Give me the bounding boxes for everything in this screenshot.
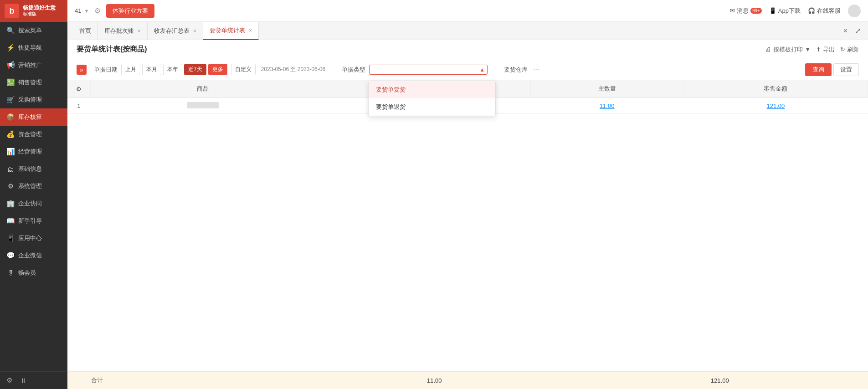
warehouse-more-options-icon[interactable]: ··· [531, 66, 541, 74]
header-settings-icon[interactable]: ⚙ [94, 6, 101, 15]
date-filter-section: 单据日期 上月 本月 本年 近7天 更多 自定义 2023-05-06 至 20… [94, 64, 325, 75]
sidebar-icon-system: ⚙ [6, 182, 15, 190]
refresh-action[interactable]: ↻ 刷新 [840, 46, 859, 54]
footer-retail-amount: 121.00 [577, 377, 863, 384]
sidebar-item-enterprise[interactable]: 🏢 企业协同 [0, 195, 67, 212]
header-left: 41 ▼ ⚙ 体验行业方案 [75, 4, 154, 18]
page-body: 要货单统计表(按商品) 🖨 按模板打印 ▼ ⬆ 导出 ↻ 刷新 » [67, 40, 868, 389]
header-right: ✉ 消息 99+ 📱 App下载 🎧 在线客服 [730, 5, 861, 17]
print-label: 按模板打印 [773, 46, 803, 54]
sidebar-item-app_center[interactable]: 📱 应用中心 [0, 230, 67, 247]
sidebar-item-basic_info[interactable]: 🗂 基础信息 [0, 160, 67, 178]
sidebar-icon-enterprise: 🏢 [6, 200, 15, 208]
table-footer: 合计 11.00 121.00 [67, 371, 868, 389]
sidebar-footer: ⚙ ⏸ [0, 371, 67, 389]
this-month-btn[interactable]: 本月 [142, 64, 161, 75]
footer-total-label: 合计 [73, 376, 164, 384]
retail-amount-link[interactable]: 121.00 [766, 102, 785, 109]
filter-expand-button[interactable]: » [77, 65, 87, 75]
sidebar-label-basic_info: 基础信息 [18, 165, 42, 173]
export-action[interactable]: ⬆ 导出 [816, 46, 835, 54]
tab-order-stats[interactable]: 要货单统计表 × [203, 22, 259, 40]
tab-inventory-batch[interactable]: 库存批次账 × [98, 22, 148, 40]
sidebar-item-marketing[interactable]: 📢 营销推广 [0, 56, 67, 74]
tab-receive-summary[interactable]: 收发存汇总表 × [148, 22, 203, 40]
online-service[interactable]: 🎧 在线客服 [808, 7, 841, 15]
dropdown-item-order-purchase[interactable]: 要货单要货 [369, 81, 495, 98]
tab-receive-summary-close-icon[interactable]: × [193, 28, 196, 34]
filter-settings-button[interactable]: 设置 [833, 63, 859, 76]
sidebar-icon-membership: 🎖 [6, 269, 15, 277]
sidebar-label-sales: 销售管理 [18, 78, 42, 87]
collapse-icon[interactable]: ⏸ [20, 377, 26, 384]
user-avatar[interactable] [848, 5, 861, 17]
sidebar-icon-guide: 📖 [6, 217, 15, 225]
sidebar-icon-inventory: 📦 [6, 113, 15, 121]
date-buttons: 上月 本月 本年 近7天 更多 [121, 64, 227, 75]
dropdown-item-order-purchase-label: 要货单要货 [376, 86, 406, 93]
main-qty-link[interactable]: 11.00 [600, 102, 615, 109]
sidebar-icon-finance: 💰 [6, 130, 15, 138]
sidebar-header: b 畅捷通好生意 标准版 [0, 0, 67, 22]
sidebar-item-guide[interactable]: 📖 新手引导 [0, 212, 67, 230]
tab-order-stats-close-icon[interactable]: × [249, 27, 252, 34]
prev-month-btn[interactable]: 上月 [121, 64, 140, 75]
more-dates-btn[interactable]: 更多 [208, 64, 227, 75]
settings-icon[interactable]: ⚙ [6, 376, 12, 384]
tab-expand-icon[interactable]: ⤢ [853, 25, 863, 37]
main-content: 41 ▼ ⚙ 体验行业方案 ✉ 消息 99+ 📱 App下载 🎧 在线客服 [67, 0, 868, 389]
sidebar-icon-marketing: 📢 [6, 61, 15, 69]
sidebar-icon-sales: 💹 [6, 78, 15, 87]
sidebar-label-inventory: 库存核算 [18, 113, 42, 121]
sidebar-item-search[interactable]: 🔍 搜索菜单 [0, 22, 67, 39]
store-selector[interactable]: 41 ▼ [75, 7, 89, 14]
notification-area[interactable]: ✉ 消息 99+ [730, 7, 762, 15]
last-7-days-btn[interactable]: 近7天 [184, 64, 206, 75]
doc-type-chevron-icon[interactable]: ▲ [479, 67, 485, 73]
tab-home[interactable]: 首页 [73, 22, 98, 40]
refresh-icon: ↻ [840, 46, 845, 53]
tab-inventory-batch-close-icon[interactable]: × [138, 28, 141, 34]
page-title: 要货单统计表(按商品) [77, 45, 147, 54]
doc-type-input[interactable] [369, 65, 488, 75]
filter-bar: » 单据日期 上月 本月 本年 近7天 更多 自定义 2023-05-06 至 … [67, 59, 868, 80]
tab-home-label: 首页 [79, 27, 91, 35]
sidebar-item-wechat[interactable]: 💬 企业微信 [0, 247, 67, 264]
app-subtitle: 标准版 [23, 11, 56, 17]
row-product [90, 98, 315, 114]
sidebar-item-purchase[interactable]: 🛒 采购管理 [0, 91, 67, 108]
dropdown-item-order-return[interactable]: 要货单退货 [369, 98, 495, 116]
sidebar-item-membership[interactable]: 🎖 畅会员 [0, 264, 67, 282]
tab-expand-area: × ⤢ [842, 25, 863, 37]
app-title: 畅捷通好生意 [23, 5, 56, 11]
title-actions: 🖨 按模板打印 ▼ ⬆ 导出 ↻ 刷新 [765, 46, 859, 54]
app-download[interactable]: 📱 App下载 [769, 7, 801, 15]
sidebar-label-system: 系统管理 [18, 182, 42, 190]
sidebar-item-finance[interactable]: 💰 资金管理 [0, 126, 67, 143]
custom-date-btn[interactable]: 自定义 [231, 64, 256, 75]
tab-close-all-icon[interactable]: × [842, 25, 849, 37]
doc-type-input-wrapper: ▲ [369, 65, 488, 75]
col-main-qty: 主数量 [530, 80, 683, 98]
sidebar-item-sales[interactable]: 💹 销售管理 [0, 74, 67, 91]
sidebar-item-system[interactable]: ⚙ 系统管理 [0, 178, 67, 195]
footer-cells: 11.00 121.00 [164, 377, 863, 384]
print-action[interactable]: 🖨 按模板打印 ▼ [765, 46, 811, 54]
export-icon: ⬆ [816, 46, 821, 53]
trial-button[interactable]: 体验行业方案 [106, 4, 154, 18]
doc-type-section: 单据类型 ▲ [342, 65, 488, 75]
col-settings[interactable]: ⚙ [67, 80, 90, 98]
store-chevron-icon: ▼ [84, 8, 89, 14]
sidebar-label-purchase: 采购管理 [18, 96, 42, 104]
date-filter-label: 单据日期 [94, 66, 118, 74]
refresh-label: 刷新 [847, 46, 859, 54]
sidebar-item-inventory[interactable]: 📦 库存核算 [0, 108, 67, 126]
sidebar-item-operations[interactable]: 📊 经营管理 [0, 143, 67, 160]
print-chevron-icon: ▼ [805, 46, 811, 53]
this-year-btn[interactable]: 本年 [163, 64, 182, 75]
sidebar-icon-basic_info: 🗂 [6, 165, 15, 173]
sidebar-item-quick_nav[interactable]: ⚡ 快捷导航 [0, 39, 67, 56]
notification-badge: 99+ [750, 8, 762, 14]
app-logo: b [5, 4, 19, 18]
query-button[interactable]: 查询 [805, 63, 832, 76]
